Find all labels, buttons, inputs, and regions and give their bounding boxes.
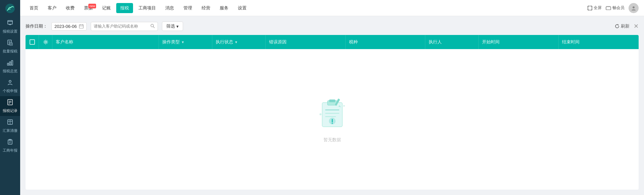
sidebar-logo bbox=[0, 0, 20, 17]
empty-illustration bbox=[315, 96, 349, 133]
svg-rect-28 bbox=[588, 6, 592, 10]
svg-rect-29 bbox=[606, 7, 611, 10]
date-input[interactable]: 2023-06-06 bbox=[51, 22, 87, 31]
main-area: 首页 客户 收费 票据 new 记账 报税 工商项目 消息 管理 经营 服务 设… bbox=[20, 0, 644, 195]
sidebar-item-tax-records[interactable]: 报税记录 bbox=[0, 96, 20, 116]
toolbar: 操作日期： 2023-06-06 bbox=[26, 22, 639, 31]
nav-item-home[interactable]: 首页 bbox=[26, 3, 42, 13]
th-operation-type-label: 操作类型 bbox=[162, 39, 180, 45]
svg-point-0 bbox=[5, 4, 15, 13]
settings-col-icon bbox=[43, 39, 48, 45]
calc-payment-icon bbox=[7, 119, 13, 127]
search-input[interactable] bbox=[94, 24, 150, 29]
tax-settings-icon bbox=[7, 20, 13, 28]
th-customer-name-label: 客户名称 bbox=[56, 39, 73, 45]
th-tax-type-label: 税种 bbox=[349, 39, 358, 45]
nav-item-settings[interactable]: 设置 bbox=[234, 3, 251, 13]
svg-rect-12 bbox=[7, 63, 9, 65]
table-header: 客户名称 操作类型 ▼ 执行状态 ▼ 错误原因 税种 执行人 bbox=[26, 35, 639, 49]
th-operation-type[interactable]: 操作类型 ▼ bbox=[159, 35, 212, 49]
fullscreen-icon bbox=[588, 6, 592, 10]
content: 操作日期： 2023-06-06 bbox=[20, 16, 644, 195]
new-badge: new bbox=[88, 4, 96, 8]
sidebar-item-tax-overview[interactable]: 报税总览 bbox=[0, 56, 20, 76]
th-error-reason-label: 错误原因 bbox=[269, 39, 287, 45]
sidebar-item-personal-tax[interactable]: 个税申报 bbox=[0, 76, 20, 96]
svg-point-39 bbox=[151, 24, 154, 27]
th-start-time: 开始时间 bbox=[479, 35, 559, 49]
sidebar-item-label: 报税总览 bbox=[3, 69, 17, 74]
date-value: 2023-06-06 bbox=[54, 24, 77, 29]
th-start-time-label: 开始时间 bbox=[482, 39, 500, 45]
table-container: 客户名称 操作类型 ▼ 执行状态 ▼ 错误原因 税种 执行人 bbox=[26, 35, 639, 190]
nav-item-invoice[interactable]: 票据 new bbox=[80, 3, 97, 13]
nav-item-commerce[interactable]: 工商项目 bbox=[134, 3, 160, 13]
nav-item-customer[interactable]: 客户 bbox=[44, 3, 60, 13]
tax-overview-icon bbox=[7, 59, 13, 68]
th-exec-status[interactable]: 执行状态 ▼ bbox=[212, 35, 266, 49]
svg-rect-13 bbox=[9, 62, 11, 65]
sidebar-item-label: 工商年报 bbox=[3, 148, 17, 153]
sidebar-item-tax-settings[interactable]: 报税设置 bbox=[0, 17, 20, 37]
sort-icon: ▼ bbox=[181, 40, 184, 44]
th-end-time: 结束时间 bbox=[559, 35, 639, 49]
refresh-button[interactable]: 刷新 bbox=[615, 23, 630, 29]
refresh-icon bbox=[615, 24, 619, 29]
filter-chevron-icon: ▾ bbox=[176, 24, 179, 29]
th-error-reason: 错误原因 bbox=[266, 35, 346, 49]
sidebar-item-batch-tax[interactable]: 批量报税 bbox=[0, 37, 20, 56]
select-all-checkbox[interactable] bbox=[30, 39, 35, 45]
filter-label: 筛选 bbox=[166, 23, 175, 29]
sidebar: 报税设置 批量报税 报税总览 bbox=[0, 0, 20, 195]
topnav-items: 首页 客户 收费 票据 new 记账 报税 工商项目 消息 管理 经营 服务 设… bbox=[26, 3, 588, 13]
sidebar-item-label: 个税申报 bbox=[3, 88, 17, 93]
close-button[interactable]: ✕ bbox=[634, 23, 639, 30]
th-settings[interactable] bbox=[39, 35, 52, 49]
svg-point-52 bbox=[319, 113, 321, 115]
annual-report-icon bbox=[7, 139, 13, 147]
th-checkbox[interactable] bbox=[26, 35, 39, 49]
nav-item-management[interactable]: 管理 bbox=[179, 3, 196, 13]
th-tax-type: 税种 bbox=[346, 35, 426, 49]
calendar-icon bbox=[79, 24, 84, 29]
sidebar-item-label: 报税记录 bbox=[3, 108, 17, 113]
user-avatar[interactable] bbox=[629, 3, 639, 13]
th-end-time-label: 结束时间 bbox=[562, 39, 579, 45]
fullscreen-button[interactable]: 全屏 bbox=[588, 5, 602, 11]
nav-item-accounts[interactable]: 记账 bbox=[98, 3, 115, 13]
toolbar-right: 刷新 ✕ bbox=[615, 23, 639, 30]
personal-tax-icon bbox=[7, 79, 13, 87]
svg-rect-35 bbox=[79, 25, 83, 28]
batch-tax-icon bbox=[7, 39, 13, 48]
search-box[interactable] bbox=[91, 22, 158, 31]
th-exec-status-label: 执行状态 bbox=[216, 39, 233, 45]
tax-records-icon bbox=[7, 99, 13, 107]
filter-button[interactable]: 筛选 ▾ bbox=[162, 22, 183, 31]
topnav: 首页 客户 收费 票据 new 记账 报税 工商项目 消息 管理 经营 服务 设… bbox=[20, 0, 644, 16]
sidebar-item-annual-report[interactable]: 工商年报 bbox=[0, 136, 20, 156]
sidebar-item-label: 报税设置 bbox=[3, 29, 17, 34]
th-executor: 执行人 bbox=[425, 35, 479, 49]
sidebar-item-label: 汇算清缴 bbox=[3, 128, 17, 133]
nav-item-services[interactable]: 服务 bbox=[216, 3, 232, 13]
empty-state: 暂无数据 bbox=[26, 49, 639, 190]
nav-item-operations[interactable]: 经营 bbox=[198, 3, 214, 13]
member-icon bbox=[606, 5, 611, 11]
svg-point-15 bbox=[9, 80, 11, 82]
svg-rect-1 bbox=[8, 21, 12, 24]
table-scroll: 暂无数据 bbox=[26, 49, 639, 190]
search-icon[interactable] bbox=[150, 24, 155, 29]
member-button[interactable]: 畅会员 bbox=[606, 5, 625, 11]
svg-line-40 bbox=[153, 27, 155, 28]
svg-rect-14 bbox=[11, 61, 13, 65]
nav-item-tax[interactable]: 报税 bbox=[116, 3, 133, 13]
sort-icon: ▼ bbox=[234, 40, 238, 44]
svg-point-41 bbox=[45, 41, 46, 43]
sidebar-item-calc-payment[interactable]: 汇算清缴 bbox=[0, 116, 20, 136]
topnav-right: 全屏 畅会员 bbox=[588, 3, 639, 13]
nav-item-messages[interactable]: 消息 bbox=[161, 3, 178, 13]
date-label: 操作日期： bbox=[26, 23, 47, 29]
nav-item-billing[interactable]: 收费 bbox=[62, 3, 79, 13]
svg-point-50 bbox=[332, 123, 333, 124]
th-customer-name: 客户名称 bbox=[52, 35, 159, 49]
